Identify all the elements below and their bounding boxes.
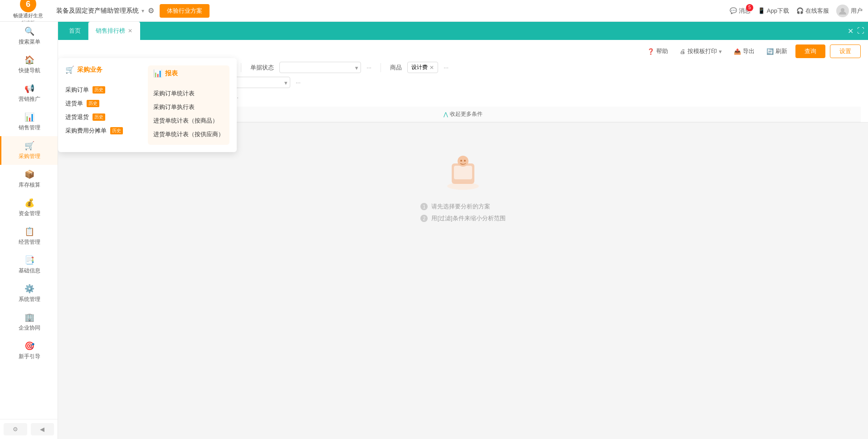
sidebar-item-basic-info[interactable]: 📑 基础信息 xyxy=(0,251,58,279)
enterprise-icon: 🏢 xyxy=(24,312,34,322)
content-body: 🛒 采购业务 采购订单 历史 进货单 历史 进货退货 xyxy=(58,40,868,439)
top-bar-right: 💬 消息 5 📱 App下载 🎧 在线客服 用户 xyxy=(730,5,863,17)
tab-bar-right: ✕ ⛶ xyxy=(848,27,864,35)
query-btn[interactable]: 查询 xyxy=(795,44,825,58)
purchase-section-icon: 🛒 xyxy=(65,65,74,74)
system-title-text: 装备及固定资产辅助管理系统 xyxy=(56,7,139,15)
divider2 xyxy=(380,63,381,72)
status-select-wrapper xyxy=(279,62,361,73)
export-btn[interactable]: 📤 导出 xyxy=(730,45,758,57)
history-tag: 历史 xyxy=(87,100,99,107)
user-btn[interactable]: 用户 xyxy=(836,5,863,17)
svg-text:6: 6 xyxy=(26,0,30,9)
sidebar-item-system[interactable]: ⚙️ 系统管理 xyxy=(0,279,58,308)
online-service-btn[interactable]: 🎧 在线客服 xyxy=(796,7,829,15)
sidebar-label: 基础信息 xyxy=(19,267,40,275)
menu-item-inbound[interactable]: 进货单 历史 xyxy=(65,97,133,110)
top-bar: 6 畅捷通好生意 标准版 装备及固定资产辅助管理系统 ▾ ⚙ 体验行业方案 💬 … xyxy=(0,0,868,22)
svg-point-6 xyxy=(458,156,468,167)
message-icon: 💬 xyxy=(730,7,737,14)
sidebar-label: 搜索菜单 xyxy=(19,38,40,46)
tab-home[interactable]: 首页 xyxy=(62,22,88,40)
industry-btn[interactable]: 体验行业方案 xyxy=(160,4,210,18)
sidebar-item-sales[interactable]: 📊 销售管理 xyxy=(0,108,58,136)
sidebar-item-enterprise[interactable]: 🏢 企业协同 xyxy=(0,308,58,336)
svg-rect-5 xyxy=(454,166,472,179)
salesperson-more-icon[interactable]: ··· xyxy=(296,79,301,86)
menu-item-purchase-order[interactable]: 采购订单 历史 xyxy=(65,83,133,97)
help-btn[interactable]: ❓ 帮助 xyxy=(644,45,672,57)
gear-icon: ⚙ xyxy=(13,426,18,433)
print-btn[interactable]: 🖨 按模板打印 ▾ xyxy=(676,45,726,57)
collapse-up-icon: ⋀ xyxy=(444,111,448,118)
inventory-icon: 📦 xyxy=(24,169,34,179)
sidebar-item-search[interactable]: 🔍 搜索菜单 xyxy=(0,22,58,50)
sidebar: 🔍 搜索菜单 🏠 快捷导航 📢 营销推广 📊 销售管理 🛒 采购管理 📦 xyxy=(0,22,58,439)
status-select[interactable] xyxy=(279,62,361,73)
purchase-icon: 🛒 xyxy=(24,141,34,151)
set-btn[interactable]: 设置 xyxy=(830,44,861,58)
service-icon: 🎧 xyxy=(796,7,804,14)
sidebar-item-guide[interactable]: 🎯 新手引导 xyxy=(0,336,58,365)
message-btn[interactable]: 💬 消息 5 xyxy=(730,7,751,15)
history-tag: 历史 xyxy=(110,127,123,134)
tip-num-1: 1 xyxy=(420,203,428,210)
sidebar-item-quick-nav[interactable]: 🏠 快捷导航 xyxy=(0,50,58,79)
sidebar-label: 营销推广 xyxy=(19,95,40,103)
report-menu-section: 📊 报表 采购订单统计表 采购订单执行表 进货单统计表（按商品） xyxy=(148,65,229,145)
svg-point-7 xyxy=(460,160,462,162)
guide-icon: 🎯 xyxy=(24,341,34,351)
app-download-btn[interactable]: 📱 App下载 xyxy=(758,7,789,15)
tab-sales-rank[interactable]: 销售排行榜 ✕ xyxy=(88,22,140,40)
export-icon: 📤 xyxy=(734,48,741,55)
tab-sales-rank-label: 销售排行榜 xyxy=(96,27,125,35)
menu-item-purchase-expense[interactable]: 采购费用分摊单 历史 xyxy=(65,124,133,138)
tab-bar-expand-icon[interactable]: ⛶ xyxy=(857,27,864,35)
collapse-icon: ◀ xyxy=(40,426,44,433)
user-avatar xyxy=(836,5,849,17)
system-title: 装备及固定资产辅助管理系统 ▾ xyxy=(56,7,144,15)
goods-more-icon[interactable]: ··· xyxy=(444,64,449,71)
tab-bar-close-icon[interactable]: ✕ xyxy=(848,27,853,35)
sidebar-item-operations[interactable]: 📋 经营管理 xyxy=(0,222,58,251)
menu-item-purchase-order-exec[interactable]: 采购订单执行表 xyxy=(153,100,224,114)
basic-info-icon: 📑 xyxy=(24,255,34,265)
sidebar-item-purchase[interactable]: 🛒 采购管理 xyxy=(0,136,58,165)
main-area: 🔍 搜索菜单 🏠 快捷导航 📢 营销推广 📊 销售管理 🛒 采购管理 📦 xyxy=(0,22,868,439)
history-tag: 历史 xyxy=(93,113,105,121)
sidebar-settings-btn[interactable]: ⚙ xyxy=(4,423,27,435)
message-badge: 5 xyxy=(746,4,753,11)
search-icon: 🔍 xyxy=(24,26,34,36)
sidebar-item-finance[interactable]: 💰 资金管理 xyxy=(0,193,58,222)
purchase-menu-section: 🛒 采购业务 采购订单 历史 进货单 历史 进货退货 xyxy=(65,65,133,145)
sidebar-label: 采购管理 xyxy=(19,153,40,160)
tab-close-icon[interactable]: ✕ xyxy=(128,28,132,34)
refresh-btn[interactable]: 🔄 刷新 xyxy=(763,45,791,57)
empty-tips: 1 请先选择要分析的方案 2 用[过滤]条件来缩小分析范围 xyxy=(420,202,505,222)
goods-label: 商品 xyxy=(390,64,402,72)
menu-item-purchase-order-stats[interactable]: 采购订单统计表 xyxy=(153,87,224,100)
goods-tag-close[interactable]: ✕ xyxy=(429,64,434,71)
dropdown-arrow-icon[interactable]: ▾ xyxy=(141,8,144,14)
menu-item-inbound-stats-by-goods[interactable]: 进货单统计表（按商品） xyxy=(153,114,224,128)
sidebar-label: 新手引导 xyxy=(19,353,40,360)
logo-icon: 6 xyxy=(20,0,36,12)
status-more-icon[interactable]: ··· xyxy=(366,64,371,71)
sidebar-label: 资金管理 xyxy=(19,210,40,217)
home-icon: 🏠 xyxy=(24,55,34,65)
marketing-icon: 📢 xyxy=(24,84,34,94)
operations-icon: 📋 xyxy=(24,227,34,237)
purchase-dropdown-menu: 🛒 采购业务 采购订单 历史 进货单 历史 进货退货 xyxy=(58,58,237,152)
sidebar-collapse-btn[interactable]: ◀ xyxy=(31,423,54,435)
empty-tip-2: 用[过滤]条件来缩小分析范围 xyxy=(431,214,505,222)
phone-icon: 📱 xyxy=(758,7,765,14)
sidebar-item-marketing[interactable]: 📢 营销推广 xyxy=(0,79,58,108)
purchase-section-title: 🛒 采购业务 xyxy=(65,65,133,78)
report-section-title: 📊 报表 xyxy=(153,69,224,81)
menu-item-inbound-return[interactable]: 进货退货 历史 xyxy=(65,110,133,124)
settings-icon[interactable]: ⚙ xyxy=(148,6,154,15)
menu-item-inbound-stats-by-supplier[interactable]: 进货单统计表（按供应商） xyxy=(153,128,224,141)
refresh-icon: 🔄 xyxy=(766,48,774,55)
sidebar-item-inventory[interactable]: 📦 库存核算 xyxy=(0,165,58,193)
divider xyxy=(241,63,241,72)
